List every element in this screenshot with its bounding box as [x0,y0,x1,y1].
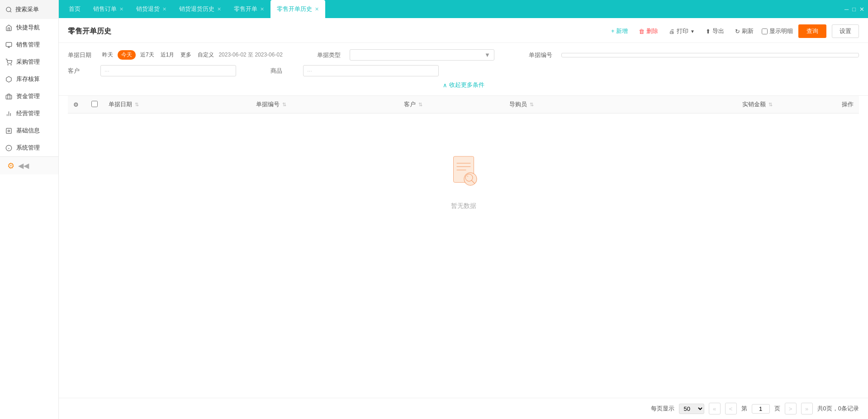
date-btn-custom[interactable]: 自定义 [196,50,216,60]
collapse-button[interactable]: ∧ 收起更多条件 [443,81,484,89]
print-button[interactable]: 🖨 打印 ▼ [666,25,697,37]
empty-state: 暂无数据 [68,113,859,246]
inventory-icon [5,75,13,83]
sidebar-item-label: 基础信息 [16,127,40,135]
tab-sales-order[interactable]: 销售订单 ✕ [87,0,130,18]
settings-button[interactable]: 设置 [832,24,859,38]
sales-icon [5,41,13,49]
display-detail-input[interactable] [762,28,768,34]
tab-home[interactable]: 首页 [62,0,87,18]
settings-gear-icon[interactable]: ⚙ [7,161,14,171]
page-header: 零售开单历史 + 新增 🗑 删除 🖨 打印 ▼ ⬆ 导出 ↻ [59,18,868,43]
table-container: ⚙ 单据日期 ⇅ 单据编号 [59,96,868,398]
th-customer: 客户 ⇅ [398,96,504,113]
sidebar-item-sys-mgmt[interactable]: 系统管理 [0,139,58,156]
sidebar-item-inventory[interactable]: 库存核算 [0,71,58,88]
pagination-bar: 每页显示 50 100 200 « < 第 页 > » 共0页，0条记录 [59,398,868,419]
th-date-label: 单据日期 [109,100,132,108]
number-input[interactable] [561,53,859,57]
export-button[interactable]: ⬆ 导出 [703,25,727,37]
sort-number-icon[interactable]: ⇅ [282,102,286,108]
th-action: 操作 [778,96,859,113]
print-dropdown-icon: ▼ [690,29,695,34]
table-settings-icon[interactable]: ⚙ [73,101,79,108]
th-number: 单据编号 ⇅ [251,96,398,113]
sort-date-icon[interactable]: ⇅ [135,102,139,108]
filter-area: 单据日期 昨天 今天 近7天 近1月 更多 自定义 2023-06-02 至 2… [59,43,868,96]
filter-row-2: 客户 ··· 商品 ··· [68,65,859,76]
date-btn-more[interactable]: 更多 [179,50,193,60]
first-page-button[interactable]: « [709,403,721,414]
next-page-button[interactable]: > [785,403,797,414]
th-date: 单据日期 ⇅ [103,96,251,113]
sidebar-item-sales-mgmt[interactable]: 销售管理 [0,36,58,53]
close-tab-retail-open-history-icon[interactable]: ✕ [315,6,319,12]
basic-info-icon [5,127,13,135]
page-number-input[interactable] [752,404,770,414]
select-all-checkbox[interactable] [91,101,98,107]
window-minimize-icon[interactable]: ─ [844,6,849,13]
search-icon [5,5,13,14]
date-btn-7days[interactable]: 近7天 [138,50,156,60]
tab-retail-open-history-label: 零售开单历史 [277,5,312,13]
delete-icon: 🗑 [639,28,645,35]
tab-retail-open[interactable]: 零售开单 ✕ [228,0,270,18]
date-btn-today[interactable]: 今天 [118,50,136,60]
sidebar-item-ops[interactable]: 经营管理 [0,105,58,122]
close-tab-sales-return-history-icon[interactable]: ✕ [217,6,221,12]
sidebar-search[interactable]: 搜索采单 [0,0,58,19]
sidebar-item-label: 系统管理 [16,144,40,152]
last-page-icon: » [805,405,808,412]
sidebar-item-basic-info[interactable]: 基础信息 [0,122,58,139]
display-detail-checkbox[interactable]: 显示明细 [762,27,793,35]
filter-row-collapse: ∧ 收起更多条件 [68,81,859,89]
sys-icon [5,144,13,152]
th-amount: 实销金额 ⇅ [630,96,778,113]
tab-sales-return-history-label: 销货退货历史 [179,5,214,13]
customer-input-dots: ··· [104,67,109,74]
close-tab-sales-order-icon[interactable]: ✕ [119,6,123,12]
sort-guide-icon[interactable]: ⇅ [530,102,534,108]
empty-illustration [441,150,486,195]
add-button[interactable]: + 新增 [608,25,631,37]
th-customer-label: 客户 [404,100,416,108]
date-btn-1month[interactable]: 近1月 [159,50,176,60]
svg-point-0 [6,7,10,11]
date-btn-yesterday[interactable]: 昨天 [100,50,115,60]
last-page-button[interactable]: » [801,403,813,414]
sidebar-item-finance[interactable]: 资金管理 [0,88,58,105]
refresh-button[interactable]: ↻ 刷新 [732,25,756,37]
th-guide: 导购员 ⇅ [504,96,631,113]
sidebar-search-label: 搜索采单 [15,5,39,14]
table-settings-col[interactable]: ⚙ [68,96,86,113]
collapse-sidebar-icon[interactable]: ◀◀ [18,161,29,170]
collapse-arrow-icon: ∧ [443,82,447,89]
sort-customer-icon[interactable]: ⇅ [418,102,422,108]
window-close-icon[interactable]: ✕ [859,6,864,13]
goods-input[interactable]: ··· [303,65,439,76]
sidebar-item-quick-nav[interactable]: 快捷导航 [0,19,58,36]
tab-sales-return-history[interactable]: 销货退货历史 ✕ [173,0,228,18]
query-button[interactable]: 查询 [798,24,826,38]
window-maximize-icon[interactable]: □ [852,6,856,13]
sidebar-item-label: 库存核算 [16,75,40,83]
sidebar-item-label: 销售管理 [16,41,40,49]
collapse-label: 收起更多条件 [449,81,484,89]
close-tab-sales-return-icon[interactable]: ✕ [162,6,166,12]
delete-button[interactable]: 🗑 删除 [636,25,661,37]
type-select[interactable]: ▼ [350,49,494,61]
close-tab-retail-open-icon[interactable]: ✕ [260,6,264,12]
th-action-label: 操作 [842,101,854,108]
sidebar: 搜索采单 快捷导航 销售管理 采购管理 [0,0,59,419]
sort-amount-icon[interactable]: ⇅ [768,102,773,108]
sidebar-item-purchase-mgmt[interactable]: 采购管理 [0,53,58,71]
type-label: 单据类型 [317,51,342,59]
tab-retail-open-history[interactable]: 零售开单历史 ✕ [270,0,325,18]
page-size-select[interactable]: 50 100 200 [679,404,704,414]
refresh-icon: ↻ [735,28,740,35]
sidebar-item-label: 经营管理 [16,109,40,118]
number-label: 单据编号 [529,51,554,59]
tab-sales-return[interactable]: 销货退货 ✕ [130,0,173,18]
prev-page-button[interactable]: < [725,403,737,414]
customer-input[interactable]: ··· [100,65,236,76]
